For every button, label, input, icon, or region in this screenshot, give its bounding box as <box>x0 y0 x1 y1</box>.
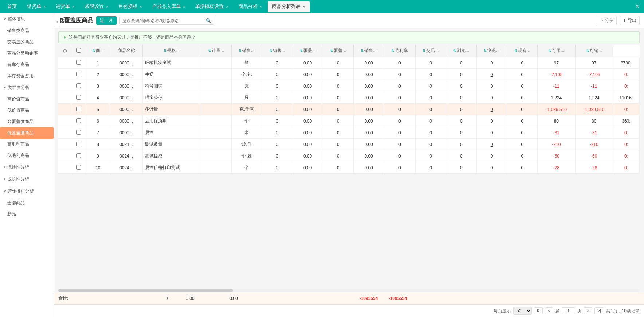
row-browse1[interactable]: 0 <box>476 104 507 115</box>
row-checkbox[interactable] <box>72 150 86 162</box>
row-browse1[interactable]: 0 <box>476 92 507 104</box>
nav-tab-template[interactable]: 单据模板设置 × <box>191 1 232 12</box>
col-spec[interactable]: ⇅规格... <box>142 45 201 57</box>
row-browse1[interactable]: 0 <box>476 115 507 127</box>
row-settings[interactable] <box>58 162 72 174</box>
nav-tab-permission[interactable]: 权限设置 × <box>80 1 113 12</box>
nav-tab-production[interactable]: 产成品入库单 × <box>148 1 189 12</box>
nav-tab-purchase[interactable]: 进货单 × <box>51 1 79 12</box>
sidebar-item-all-goods[interactable]: 全部商品 <box>0 197 54 209</box>
col-checkbox[interactable] <box>72 45 86 57</box>
col-cover2[interactable]: ⇅覆盖... <box>323 45 353 57</box>
sidebar-section-overall[interactable]: ∨ 整体信息 <box>0 13 54 25</box>
col-trade[interactable]: ⇅交易... <box>416 45 446 57</box>
row-browse1[interactable]: 0 <box>476 150 507 162</box>
col-name[interactable]: 商品名称 <box>110 45 143 57</box>
horizontal-scrollbar[interactable] <box>58 289 640 292</box>
col-current[interactable]: ⇅现有... <box>507 45 538 57</box>
row-settings[interactable] <box>58 115 72 127</box>
col-sales-amt[interactable]: ⇅销售... <box>262 45 292 57</box>
sidebar-item-new-goods[interactable]: 新品 <box>0 209 54 220</box>
sidebar-section-growth[interactable]: > 成长性分析 <box>0 173 54 185</box>
close-icon[interactable]: × <box>260 4 262 9</box>
row-browse1[interactable]: 0 <box>476 57 507 69</box>
row-sales-amt: 0.00 <box>292 115 323 127</box>
search-icon[interactable]: 🔍 <box>205 18 212 24</box>
row-checkbox[interactable] <box>72 162 86 174</box>
row-settings[interactable] <box>58 127 72 139</box>
close-icon[interactable]: × <box>226 4 228 9</box>
row-settings[interactable] <box>58 104 72 115</box>
first-page-btn[interactable]: K <box>534 307 543 314</box>
col-settings[interactable]: ⚙ <box>58 45 72 57</box>
nav-tab-analysis-list[interactable]: 商品分析列表 × <box>268 1 309 12</box>
row-settings[interactable] <box>58 57 72 69</box>
export-button[interactable]: ⬇ 导出 <box>620 16 640 25</box>
row-browse1[interactable]: 0 <box>476 139 507 150</box>
close-icon[interactable]: × <box>43 4 46 9</box>
close-icon[interactable]: × <box>183 4 185 9</box>
period-button[interactable]: 近一月 <box>96 16 117 25</box>
row-browse1[interactable]: 0 <box>476 69 507 80</box>
row-checkbox[interactable] <box>72 80 86 92</box>
close-icon[interactable]: × <box>303 4 305 9</box>
row-checkbox[interactable] <box>72 92 86 104</box>
row-checkbox[interactable] <box>72 57 86 69</box>
nav-tab-role[interactable]: 角色授权 × <box>114 1 146 12</box>
sidebar-section-cluster[interactable]: ∨ 类群度分析 <box>0 82 54 94</box>
prev-page-btn[interactable]: < <box>545 307 553 314</box>
sidebar-item-low-coverage[interactable]: 低覆盖度商品 <box>0 127 54 139</box>
sidebar-item-category-rate[interactable]: 商品分类动销率 <box>0 48 54 59</box>
row-checkbox[interactable] <box>72 104 86 115</box>
sidebar-section-marketing[interactable]: ∨ 营销推广分析 <box>0 185 54 197</box>
sidebar-item-traded-goods[interactable]: 交易过的商品 <box>0 36 54 48</box>
sidebar-item-high-margin[interactable]: 高毛利商品 <box>0 139 54 150</box>
row-cover2: 0.00 <box>353 162 384 174</box>
row-sales3: 0 <box>384 92 416 104</box>
col-cover1[interactable]: ⇅覆盖... <box>292 45 323 57</box>
share-button[interactable]: ↗ 分享 <box>597 16 617 25</box>
sidebar-item-low-value[interactable]: 低价值商品 <box>0 105 54 116</box>
sidebar-item-stock-goods[interactable]: 有库存商品 <box>0 59 54 70</box>
row-checkbox[interactable] <box>72 139 86 150</box>
col-code[interactable]: ⇅商... <box>86 45 110 57</box>
col-sellable[interactable]: ⇅可销... <box>575 45 613 57</box>
page-size-select[interactable]: 50 20 100 <box>513 307 532 315</box>
sidebar-section-flow[interactable]: > 流通性分析 <box>0 161 54 173</box>
nav-tab-home[interactable]: 首页 <box>3 1 21 12</box>
col-available[interactable]: ⇅可用... <box>538 45 575 57</box>
close-icon[interactable]: × <box>106 4 108 9</box>
row-settings[interactable] <box>58 150 72 162</box>
row-browse1[interactable]: 0 <box>476 162 507 174</box>
search-input[interactable] <box>122 18 205 23</box>
row-settings[interactable] <box>58 92 72 104</box>
close-icon[interactable]: × <box>72 4 74 9</box>
row-settings[interactable] <box>58 139 72 150</box>
close-icon[interactable]: × <box>140 4 142 9</box>
sidebar-item-high-value[interactable]: 高价值商品 <box>0 94 54 105</box>
col-browse1[interactable]: ⇅浏览... <box>446 45 476 57</box>
row-browse1[interactable]: 0 <box>476 80 507 92</box>
row-settings[interactable] <box>58 69 72 80</box>
sidebar-item-stock-capital[interactable]: 库存资金占用 <box>0 70 54 82</box>
col-sales-qty[interactable]: ⇅销售... <box>231 45 262 57</box>
col-unit[interactable]: ⇅计量... <box>201 45 231 57</box>
next-page-btn[interactable]: > <box>584 307 592 314</box>
window-close-btn[interactable]: × <box>633 3 641 11</box>
row-checkbox[interactable] <box>72 127 86 139</box>
sidebar-item-high-coverage[interactable]: 高覆盖度商品 <box>0 116 54 127</box>
row-browse1[interactable]: 0 <box>476 127 507 139</box>
nav-tab-sales[interactable]: 销货单 × <box>23 1 50 12</box>
row-checkbox[interactable] <box>72 69 86 80</box>
page-input[interactable] <box>562 307 575 314</box>
sidebar-item-low-margin[interactable]: 低毛利商品 <box>0 150 54 161</box>
col-browse2[interactable]: ⇅浏览... <box>476 45 507 57</box>
row-trade: 0 <box>446 104 476 115</box>
nav-tab-analysis[interactable]: 商品分析 × <box>234 1 266 12</box>
col-gross-margin[interactable]: ⇅毛利率 <box>384 45 416 57</box>
sidebar-item-sales-goods[interactable]: 销售类商品 <box>0 25 54 36</box>
col-sales3[interactable]: ⇅销售... <box>353 45 384 57</box>
row-checkbox[interactable] <box>72 115 86 127</box>
last-page-btn[interactable]: >| <box>594 307 604 314</box>
row-settings[interactable] <box>58 80 72 92</box>
